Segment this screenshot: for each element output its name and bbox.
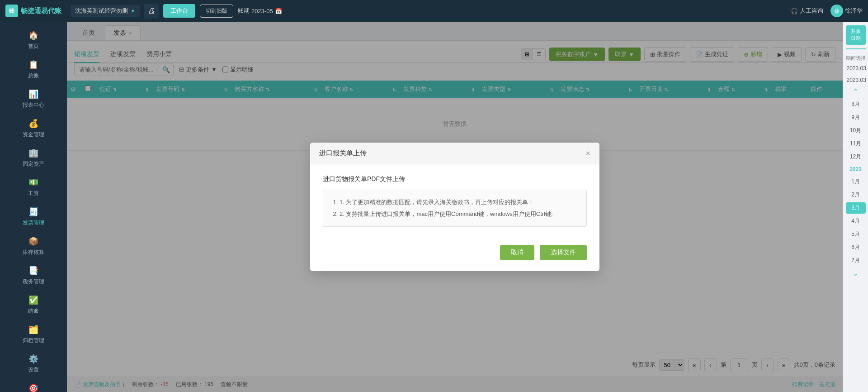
instruction-1: 1. 为了更加精准的数据匹配，请先录入海关缴款书，再上传对应的报关单； — [340, 196, 578, 208]
avatar: 徐 — [830, 5, 843, 17]
modal-overlay: 进口报关单上传 × 进口货物报关单PDF文件上传 1. 为了更加精准的数据匹配，… — [67, 22, 843, 392]
period-12[interactable]: 12月 — [846, 151, 866, 163]
modal-footer: 取消 选择文件 — [310, 238, 599, 271]
open-date-btn[interactable]: 开票日期 — [846, 25, 866, 45]
sidebar-item-close-account[interactable]: ✅ 结账 — [0, 290, 67, 320]
company-selector[interactable]: 沈海英测试经营勿删 ▼ — [71, 5, 140, 17]
archive-icon: 🗂️ — [28, 324, 39, 335]
sidebar-item-salary-label: 工资 — [28, 190, 39, 197]
sidebar-item-assets[interactable]: 🏢 固定资产 — [0, 143, 67, 172]
company-dropdown-icon: ▼ — [131, 9, 135, 14]
sidebar-item-guide[interactable]: 🎯 新手引导 — [0, 378, 67, 392]
headset-icon: 🎧 — [791, 8, 798, 14]
sidebar-item-reports[interactable]: 📊 报表中心 — [0, 84, 67, 114]
instruction-2: 2. 支持批量上传进口报关单，mac用户使用Command键，windows用户… — [340, 208, 578, 220]
workspace-button[interactable]: 工作台 — [163, 4, 195, 18]
sidebar-item-tax-label: 税务管理 — [23, 278, 44, 286]
sidebar-item-close-account-label: 结账 — [28, 307, 39, 315]
modal-header: 进口报关单上传 × — [310, 143, 599, 164]
reports-icon: 📊 — [28, 89, 39, 100]
period-2[interactable]: 2月 — [846, 189, 866, 201]
modal-select-file-button[interactable]: 选择文件 — [540, 245, 587, 260]
period-3[interactable]: 3月 — [846, 202, 866, 214]
period-2023-03-2[interactable]: 2023.03 — [846, 75, 866, 85]
sidebar-item-archive-label: 归档管理 — [23, 337, 44, 344]
period-8[interactable]: 8月 — [846, 99, 866, 110]
app-logo: 账 畅捷通易代账 — [5, 5, 61, 17]
sidebar-item-settings[interactable]: ⚙️ 设置 — [0, 349, 67, 378]
company-name: 沈海英测试经营勿删 — [75, 7, 128, 15]
user-menu[interactable]: 徐 徐泽华 — [830, 5, 863, 17]
modal-section-title: 进口货物报关单PDF文件上传 — [323, 175, 587, 183]
capital-icon: 💰 — [28, 118, 39, 129]
username-label: 徐泽华 — [845, 7, 863, 15]
close-account-icon: ✅ — [28, 295, 39, 306]
sidebar-item-capital-label: 资金管理 — [23, 131, 44, 139]
logo-icon: 账 — [5, 5, 18, 17]
period-9[interactable]: 9月 — [846, 112, 866, 123]
topbar-right: 🎧 人工咨询 徐 徐泽华 — [791, 5, 863, 17]
print-icon[interactable]: 🖨 — [144, 4, 159, 18]
period-11[interactable]: 11月 — [846, 138, 866, 149]
sidebar-item-ledger[interactable]: 📋 总账 — [0, 55, 67, 84]
right-panel: 开票日期 期间选择 2023.03 2023.03 ⌃ 8月 9月 10月 11… — [843, 22, 868, 392]
sidebar-item-invoices-label: 发票管理 — [23, 219, 44, 227]
invoices-icon: 🧾 — [28, 206, 39, 217]
sidebar-item-home-label: 首页 — [28, 43, 39, 50]
sidebar-item-capital[interactable]: 💰 资金管理 — [0, 114, 67, 143]
period-year-2023[interactable]: 2023 — [846, 164, 866, 174]
period-2023-03-1[interactable]: 2023.03 — [846, 63, 866, 73]
period-down-icon[interactable]: ⌄ — [852, 268, 859, 278]
period-5[interactable]: 5月 — [846, 229, 866, 240]
sidebar-item-invoices[interactable]: 🧾 发票管理 — [0, 202, 67, 231]
import-customs-modal: 进口报关单上传 × 进口货物报关单PDF文件上传 1. 为了更加精准的数据匹配，… — [310, 143, 599, 271]
home-icon: 🏠 — [28, 30, 39, 41]
sidebar-item-inventory-label: 库存核算 — [23, 249, 44, 256]
right-panel-divider — [846, 48, 866, 49]
period-6[interactable]: 6月 — [846, 242, 866, 253]
topbar: 账 畅捷通易代账 沈海英测试经营勿删 ▼ 🖨 工作台 切到旧版 账期 2023-… — [0, 0, 868, 22]
period-7[interactable]: 7月 — [846, 255, 866, 266]
sidebar-item-tax[interactable]: 📑 税务管理 — [0, 261, 67, 290]
modal-title: 进口报关单上传 — [319, 149, 367, 158]
period-4[interactable]: 4月 — [846, 215, 866, 227]
settings-icon: ⚙️ — [28, 354, 39, 364]
period-10[interactable]: 10月 — [846, 125, 866, 136]
sidebar-item-assets-label: 固定资产 — [23, 160, 44, 168]
period-value: 2023-05 — [251, 8, 273, 14]
service-label: 人工咨询 — [800, 7, 823, 15]
sidebar-item-settings-label: 设置 — [28, 366, 39, 374]
salary-icon: 💵 — [28, 177, 39, 188]
period-calendar-icon[interactable]: 📅 — [275, 8, 282, 14]
content-area: 首页 发票 × 销项发票 进项发票 费用小票 ⊞ ☰ 税务数字账户 — [67, 22, 843, 392]
tax-icon: 📑 — [28, 265, 39, 276]
period-label: 账期 — [238, 7, 250, 15]
sidebar-item-ledger-label: 总账 — [28, 72, 39, 80]
inventory-icon: 📦 — [28, 236, 39, 247]
sidebar: 🏠 首页 📋 总账 📊 报表中心 💰 资金管理 🏢 固定资产 💵 工资 🧾 发票… — [0, 22, 67, 392]
modal-info-box: 1. 为了更加精准的数据匹配，请先录入海关缴款书，再上传对应的报关单； 2. 支… — [323, 190, 587, 227]
sidebar-item-salary[interactable]: 💵 工资 — [0, 172, 67, 202]
old-version-button[interactable]: 切到旧版 — [200, 5, 233, 18]
sidebar-item-archive[interactable]: 🗂️ 归档管理 — [0, 320, 67, 349]
sidebar-item-home[interactable]: 🏠 首页 — [0, 25, 67, 55]
main-layout: 🏠 首页 📋 总账 📊 报表中心 💰 资金管理 🏢 固定资产 💵 工资 🧾 发票… — [0, 22, 868, 392]
ledger-icon: 📋 — [28, 59, 39, 70]
sidebar-item-inventory[interactable]: 📦 库存核算 — [0, 231, 67, 261]
modal-cancel-button[interactable]: 取消 — [500, 245, 534, 260]
period-display: 账期 2023-05 📅 — [238, 7, 282, 15]
sidebar-item-reports-label: 报表中心 — [23, 101, 44, 109]
period-select-title: 期间选择 — [846, 55, 866, 62]
guide-icon: 🎯 — [28, 383, 39, 392]
assets-icon: 🏢 — [28, 148, 39, 158]
period-up-icon[interactable]: ⌃ — [852, 87, 859, 97]
service-link[interactable]: 🎧 人工咨询 — [791, 7, 823, 15]
modal-body: 进口货物报关单PDF文件上传 1. 为了更加精准的数据匹配，请先录入海关缴款书，… — [310, 164, 599, 238]
app-name: 畅捷通易代账 — [21, 7, 61, 15]
modal-close-button[interactable]: × — [585, 149, 590, 158]
period-1[interactable]: 1月 — [846, 176, 866, 187]
